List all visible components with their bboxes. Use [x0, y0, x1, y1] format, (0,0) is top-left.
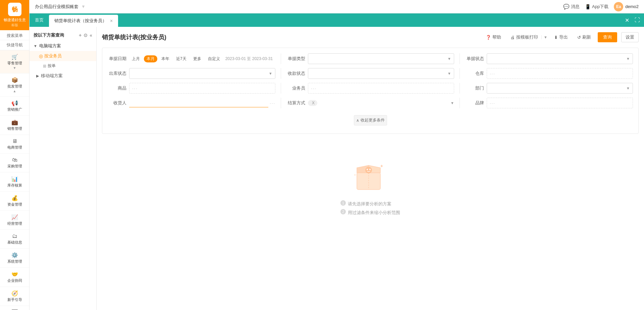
filter-doc-status: 单据状态 ▼ [465, 53, 633, 64]
collapse-label: 收起更多条件 [361, 117, 385, 123]
step1-text: 请先选择要分析的方案 [348, 200, 391, 208]
collapse-panel-icon[interactable]: « [90, 33, 92, 38]
tab-home[interactable]: 首页 [30, 13, 49, 27]
help-icon: ❓ [486, 35, 491, 40]
enterprise-icon: 🤝 [11, 271, 18, 277]
schema-group-pc: ▼ 电脑端方案 ◎ 按业务员 ⊞ 按单 [30, 41, 96, 71]
page-title-bar: 销货单统计表(按业务员) ❓ 帮助 🖨 按模板打印 ▼ ⬇ [102, 32, 639, 42]
settlement-tag: X [308, 100, 317, 106]
step1-num: 1 [340, 200, 346, 206]
sidebar-search[interactable]: 搜索菜单 [0, 30, 29, 40]
tab-close-window-btn[interactable]: ✕ [624, 16, 631, 25]
query-btn[interactable]: 查询 [598, 32, 617, 42]
refresh-btn[interactable]: ↺ 刷新 [575, 33, 594, 42]
doc-type-select[interactable]: ▼ [308, 53, 454, 64]
salesperson-select[interactable]: ··· [308, 83, 454, 94]
filter-department: 部门 ▼ [465, 83, 633, 94]
print-label: 按模板打印 [516, 34, 538, 40]
filter-salesperson: 业务员 ··· [286, 83, 454, 94]
print-dropdown-arrow-icon[interactable]: ▼ [541, 35, 547, 39]
export-btn[interactable]: ⬇ 导出 [551, 33, 571, 42]
tab-close-icon[interactable]: × [110, 18, 113, 23]
sidebar-item-apps[interactable]: 🔲 应用中心 [0, 306, 29, 310]
order-schema-icon: ⊞ [43, 64, 46, 68]
date-btn-lastmonth[interactable]: 上月 [129, 55, 143, 62]
collapse-btn[interactable]: ∧ 收起更多条件 [354, 115, 387, 125]
salesperson-schema-icon: ◎ [39, 53, 43, 59]
filter-payment: 收款状态 ▼ [286, 68, 454, 79]
sidebar-item-purchase[interactable]: 🛍 采购管理 [0, 154, 29, 172]
search-menu-label[interactable]: 搜索菜单 [7, 33, 23, 38]
filter-warehouse: 仓库 ··· [465, 68, 633, 79]
user-menu[interactable]: Ea demo2 [614, 2, 639, 11]
brand-label: 品牌 [465, 100, 484, 106]
sidebar-item-finance[interactable]: 💰 资金管理 [0, 192, 29, 211]
settlement-arrow-icon[interactable]: ▼ [450, 101, 454, 105]
sidebar-item-inventory[interactable]: 📊 库存核算 [0, 172, 29, 192]
date-btn-custom[interactable]: 自定义 [205, 55, 223, 62]
settings-label: 设置 [626, 34, 634, 40]
tab-bar: 首页 销货单统计表（按业务员） × ✕ ⛶ [30, 13, 644, 27]
filter-divider-2 [460, 53, 460, 64]
wholesale-arrow-icon: ▲ [13, 89, 16, 93]
sidebar: 畅 畅捷通好生意 标版 搜索菜单 快捷导航 🛒 零售管理 ▼ 📦 批发管理 ▲ … [0, 0, 30, 310]
warehouse-select[interactable]: ··· [487, 68, 633, 79]
tab-sales-stat[interactable]: 销货单统计表（按业务员） × [49, 15, 118, 27]
doc-status-label: 单据状态 [465, 56, 484, 62]
filter-shipment: 出库状态 ▼ [108, 68, 275, 79]
brand-select[interactable]: ··· [487, 98, 633, 108]
newuser-icon: 🧭 [11, 290, 18, 297]
sidebar-item-wholesale[interactable]: 📦 批发管理 ▲ [0, 73, 29, 97]
sidebar-item-system[interactable]: ⚙️ 系统管理 [0, 249, 29, 268]
settlement-tag-close-icon[interactable]: X [312, 101, 315, 105]
sidebar-item-enterprise[interactable]: 🤝 企业协同 [0, 268, 29, 287]
main-area: 办公用品行业模拟账套 ▼ 💬 消息 📱 App下载 Ea demo2 首页 [30, 0, 644, 310]
add-schema-icon[interactable]: + [79, 33, 82, 38]
sidebar-quicknav[interactable]: 快捷导航 [0, 40, 29, 50]
logo-icon: 畅 [8, 3, 21, 16]
schema-item-salesperson[interactable]: ◎ 按业务员 [30, 51, 96, 61]
sidebar-item-basics[interactable]: 🗂 基础信息 [0, 230, 29, 249]
filter-row-2: 出库状态 ▼ 收款状态 ▼ [108, 68, 633, 79]
message-action[interactable]: 💬 消息 [563, 4, 580, 10]
empty-text: 1 请先选择要分析的方案 2 用过滤条件来缩小分析范围 [340, 200, 400, 217]
schema-group-pc-header[interactable]: ▼ 电脑端方案 [30, 41, 96, 51]
schema-item-order[interactable]: ⊞ 按单 [30, 61, 96, 71]
retail-arrow-icon: ▼ [13, 66, 16, 70]
tab-sales-stat-label: 销货单统计表（按业务员） [54, 18, 107, 24]
goods-select[interactable]: ··· [129, 83, 275, 94]
date-control: 上月 本月 本年 近7天 更多 自定义 2023-03-01 至 2023-03… [129, 55, 275, 62]
shipment-select[interactable]: ▼ [129, 68, 275, 79]
consignee-input[interactable] [129, 99, 268, 107]
sales-icon: 💼 [11, 119, 18, 125]
sidebar-item-operations[interactable]: 📈 经营管理 [0, 211, 29, 230]
schema-group-mobile-header[interactable]: ▶ 移动端方案 [30, 71, 96, 81]
date-btn-thisyear[interactable]: 本年 [159, 55, 172, 62]
payment-select[interactable]: ▼ [308, 68, 454, 79]
doc-status-select[interactable]: ▼ [487, 53, 633, 64]
date-btn-more[interactable]: 更多 [191, 55, 204, 62]
collapse-area: ∧ 收起更多条件 [108, 112, 633, 128]
print-btn[interactable]: 🖨 按模板打印 [508, 33, 541, 42]
date-btn-thismonth[interactable]: 本月 [144, 55, 157, 62]
settings-btn[interactable]: 设置 [621, 32, 639, 42]
app-logo[interactable]: 畅 畅捷通好生意 标版 [0, 0, 29, 30]
app-download-action[interactable]: 📱 App下载 [585, 4, 608, 10]
sidebar-item-sales[interactable]: 💼 销售管理 [0, 116, 29, 135]
department-select[interactable]: ▼ [487, 83, 633, 94]
quicknav-label[interactable]: 快捷导航 [7, 43, 23, 47]
help-btn[interactable]: ❓ 帮助 [483, 33, 504, 42]
sidebar-item-retail[interactable]: 🛒 零售管理 ▼ [0, 50, 29, 73]
settings-schema-icon[interactable]: ⊙ [84, 33, 88, 38]
sidebar-item-newuser[interactable]: 🧭 新手引导 [0, 287, 29, 306]
svg-point-7 [367, 169, 368, 170]
doc-type-arrow-icon: ▼ [447, 57, 451, 61]
print-icon: 🖨 [511, 35, 515, 40]
date-btn-7days[interactable]: 近7天 [173, 55, 189, 62]
sidebar-item-marketing[interactable]: 📢 营销推广 [0, 97, 29, 116]
tab-restore-btn[interactable]: ⛶ [633, 16, 641, 24]
system-icon: ⚙️ [11, 252, 18, 258]
breadcrumb: 办公用品行业模拟账套 [35, 4, 78, 10]
sidebar-item-ecommerce[interactable]: 🖥 电商管理 [0, 135, 29, 154]
filter-goods: 商品 ··· [108, 83, 275, 94]
